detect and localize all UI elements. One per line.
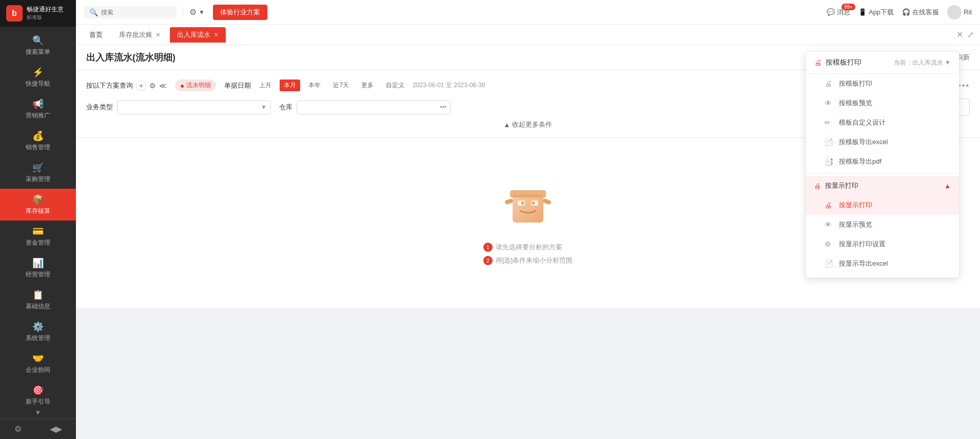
tabbar: 首页 库存批次账 ✕ 出入库流水 ✕ ✕ ⤢ bbox=[76, 25, 980, 45]
more-date-btn[interactable]: 更多 bbox=[357, 79, 378, 91]
online-service-btn[interactable]: 🎧 在线客服 bbox=[902, 8, 939, 17]
svg-rect-4 bbox=[521, 202, 524, 205]
collapse-btn[interactable]: ▲ 收起更多条件 bbox=[504, 120, 553, 129]
system-icon: ⚙️ bbox=[32, 321, 44, 332]
sidebar-footer: ⚙ ◀▶ bbox=[0, 418, 76, 439]
sidebar-item-guide[interactable]: 🎯 新手引导 bbox=[0, 380, 76, 407]
sub-printer-icon: 🖨 bbox=[825, 79, 834, 88]
tab-close-inventory-batch[interactable]: ✕ bbox=[155, 31, 161, 38]
dropdown-display-print[interactable]: 🖨 按显示打印 bbox=[806, 195, 959, 215]
logo-text: 畅捷通好生意 标准版 bbox=[27, 6, 64, 21]
sidebar-item-quick-nav[interactable]: ⚡ 快捷导航 bbox=[0, 62, 76, 93]
user-avatar-btn[interactable]: Rit bbox=[947, 5, 972, 19]
chevron-up-icon2: ▲ bbox=[504, 121, 511, 129]
sidebar-item-operation[interactable]: 📊 经营管理 bbox=[0, 252, 76, 284]
svg-rect-7 bbox=[542, 198, 552, 205]
dropdown-display-header[interactable]: 🖨 按显示打印 ▲ bbox=[806, 176, 959, 195]
topbar-settings-icon[interactable]: ⚙ bbox=[189, 7, 197, 17]
sidebar-item-search[interactable]: 🔍 搜索菜单 bbox=[0, 30, 76, 62]
tab-home[interactable]: 首页 bbox=[82, 27, 110, 43]
warehouse-dots-icon[interactable]: ••• bbox=[440, 104, 446, 111]
business-type-select[interactable] bbox=[117, 101, 271, 114]
empty-tip-row-1: 1 请先选择要分析的方案 bbox=[483, 241, 573, 254]
empty-tip: 1 请先选择要分析的方案 2 用[选]条件来缩小分析范围 bbox=[483, 241, 573, 267]
svg-rect-5 bbox=[532, 202, 535, 205]
guide-icon: 🎯 bbox=[32, 385, 44, 396]
message-btn[interactable]: 💬 消息 99+ bbox=[827, 8, 850, 17]
chevron-down-icon: ▼ bbox=[945, 59, 951, 66]
tab-close-inout-flow[interactable]: ✕ bbox=[213, 31, 219, 38]
current-year-btn[interactable]: 本年 bbox=[304, 79, 325, 91]
custom-date-btn[interactable]: 自定义 bbox=[382, 79, 408, 91]
expand-icon[interactable]: ⤢ bbox=[967, 30, 974, 39]
display-sub-printer-icon: 🖨 bbox=[825, 201, 834, 209]
collapse-sidebar-icon[interactable]: ◀▶ bbox=[50, 424, 62, 434]
sidebar-item-inventory[interactable]: 📦 库存核算 bbox=[0, 189, 76, 221]
topbar-dropdown-icon[interactable]: ▼ bbox=[199, 9, 205, 16]
sidebar-item-marketing[interactable]: 📢 营销推广 bbox=[0, 93, 76, 125]
filter-settings-icon[interactable]: ⚙ bbox=[149, 82, 156, 90]
settings-icon[interactable]: ⚙ bbox=[14, 424, 22, 434]
topbar-search: 🔍 bbox=[84, 6, 177, 18]
display-sub-preview-icon: 👁 bbox=[825, 221, 834, 229]
sidebar-nav: 🔍 搜索菜单 ⚡ 快捷导航 📢 营销推广 💰 销售管理 🛒 采购管理 📦 库存核… bbox=[0, 27, 76, 407]
print-icon: 🖨 bbox=[814, 58, 821, 67]
filter-tag: ● 流水明细 bbox=[175, 79, 216, 91]
dropdown-template-header[interactable]: 🖨 按模板打印 当前：出入库流水 ▼ bbox=[806, 52, 959, 74]
close-tab-icon[interactable]: ✕ bbox=[956, 30, 963, 39]
display-sub-excel-icon: 📄 bbox=[825, 260, 834, 268]
display-print-icon: 🖨 bbox=[814, 182, 821, 190]
sidebar-item-system[interactable]: ⚙️ 系统管理 bbox=[0, 316, 76, 348]
dropdown-display-settings[interactable]: ⚙ 按显示打印设置 bbox=[806, 234, 959, 254]
inventory-icon: 📦 bbox=[32, 194, 44, 205]
tab-inventory-batch[interactable]: 库存批次账 ✕ bbox=[112, 27, 168, 43]
message-icon: 💬 bbox=[827, 8, 835, 16]
tabbar-actions: ✕ ⤢ bbox=[956, 30, 974, 39]
dropdown-display-export-excel[interactable]: 📄 按显示导出excel bbox=[806, 254, 959, 273]
topbar-divider bbox=[183, 6, 183, 18]
svg-rect-1 bbox=[510, 190, 546, 197]
sidebar-item-cooperation[interactable]: 🤝 企业协同 bbox=[0, 348, 76, 380]
add-filter-btn[interactable]: + bbox=[136, 81, 146, 91]
topbar-right: 💬 消息 99+ 📱 App下载 🎧 在线客服 Rit bbox=[827, 5, 972, 19]
empty-tip-row-2: 2 用[选]条件来缩小分析范围 bbox=[483, 254, 573, 267]
dropdown-template-custom[interactable]: ✏ 模板自定义设计 bbox=[806, 113, 959, 132]
date-filter-group: 单据日期 上月 本月 本年 近7天 更多 自定义 2023-06-01 至 20… bbox=[224, 79, 485, 91]
search-input[interactable] bbox=[101, 9, 163, 16]
dropdown-display-export-pdf[interactable]: 📑 按显示导出pdf bbox=[806, 273, 959, 277]
page-title: 出入库流水(流水明细) bbox=[86, 51, 175, 64]
sub-edit-icon: ✏ bbox=[825, 118, 834, 127]
current-month-btn[interactable]: 本月 bbox=[280, 79, 300, 91]
topbar-search-icon: 🔍 bbox=[89, 8, 98, 16]
sidebar-item-finance[interactable]: 💳 资金管理 bbox=[0, 221, 76, 252]
business-type-group: 业务类型 ▼ bbox=[86, 101, 271, 114]
topbar: 🔍 ⚙ ▼ 体验行业方案 💬 消息 99+ 📱 App下载 🎧 在线客服 Rit bbox=[76, 0, 980, 25]
dropdown-template-export-excel[interactable]: 📄 按模板导出excel bbox=[806, 132, 959, 152]
sub-preview-icon: 👁 bbox=[825, 99, 834, 107]
dropdown-template-preview[interactable]: 👁 按模板预览 bbox=[806, 93, 959, 113]
prev-month-btn[interactable]: 上月 bbox=[255, 79, 276, 91]
sidebar-item-purchase[interactable]: 🛒 采购管理 bbox=[0, 157, 76, 189]
last-7-days-btn[interactable]: 近7天 bbox=[329, 79, 353, 91]
filter-collapse-icon[interactable]: ≪ bbox=[159, 82, 167, 90]
app-download-btn[interactable]: 📱 App下载 bbox=[858, 8, 894, 17]
industry-btn[interactable]: 体验行业方案 bbox=[213, 5, 267, 20]
svg-rect-0 bbox=[513, 194, 543, 223]
dropdown-display-preview[interactable]: 👁 按显示预览 bbox=[806, 215, 959, 234]
voucher-type-more-btn[interactable]: ••• bbox=[958, 81, 970, 90]
sidebar-item-sales[interactable]: 💰 销售管理 bbox=[0, 125, 76, 157]
warehouse-group: 仓库 ••• bbox=[279, 101, 450, 114]
marketing-icon: 📢 bbox=[32, 98, 44, 110]
dropdown-template-export-pdf[interactable]: 📑 按模板导出pdf bbox=[806, 152, 959, 171]
sidebar-scroll-down[interactable]: ▼ bbox=[0, 407, 76, 418]
sidebar-item-basic[interactable]: 📋 基础信息 bbox=[0, 284, 76, 316]
dropdown-template-print[interactable]: 🖨 按模板打印 bbox=[806, 74, 959, 93]
print-dropdown-panel: 🖨 按模板打印 当前：出入库流水 ▼ 🖨 按模板打印 👁 按模板预览 ✏ 模板自… bbox=[806, 51, 959, 278]
logo-icon: b bbox=[6, 5, 23, 22]
display-sub-settings-icon: ⚙ bbox=[825, 240, 834, 248]
dropdown-header-right: 当前：出入库流水 ▼ bbox=[894, 58, 951, 67]
tab-inout-flow[interactable]: 出入库流水 ✕ bbox=[170, 27, 226, 43]
dropdown-header-left: 🖨 按模板打印 bbox=[814, 58, 861, 67]
warehouse-input[interactable] bbox=[297, 101, 450, 114]
app-download-icon: 📱 bbox=[858, 8, 867, 16]
